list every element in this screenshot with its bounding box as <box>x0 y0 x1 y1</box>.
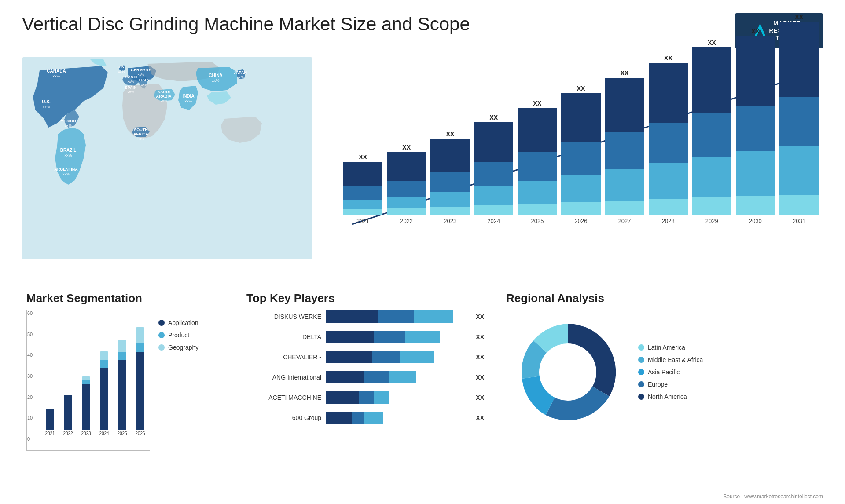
bottom-row: Market Segmentation 60 50 40 30 20 10 0 <box>13 287 832 489</box>
regional-title: Regional Analysis <box>506 292 823 305</box>
bar-2022: XX 2022 <box>387 57 426 224</box>
player-bars-diskus <box>326 310 468 323</box>
product-label: Product <box>168 332 189 339</box>
player-val-ang: XX <box>476 374 484 381</box>
main-content: CANADA xx% U.S. xx% MEXICO xx% BRAZIL xx… <box>0 53 845 500</box>
svg-text:INDIA: INDIA <box>182 94 194 99</box>
player-bars-delta <box>326 331 468 343</box>
world-map-section: CANADA xx% U.S. xx% MEXICO xx% BRAZIL xx… <box>13 53 321 273</box>
bar-2029: XX 2029 <box>692 57 731 224</box>
svg-text:xx%: xx% <box>160 99 167 103</box>
y-label-40: 40 <box>27 352 33 358</box>
svg-text:xx%: xx% <box>141 83 147 87</box>
asia-pacific-dot <box>638 369 644 375</box>
svg-point-37 <box>539 343 596 401</box>
player-bar-seg3 <box>414 310 453 323</box>
bar-2027: XX 2027 <box>605 57 644 224</box>
legend-middle-east: Middle East & Africa <box>638 356 703 363</box>
player-val-diskus: XX <box>476 313 484 320</box>
player-bar-seg1 <box>326 331 374 343</box>
svg-text:xx%: xx% <box>127 80 134 84</box>
svg-text:xx%: xx% <box>184 99 192 103</box>
seg-bar-2025: 2025 <box>115 313 129 436</box>
player-bar-seg3 <box>389 371 416 383</box>
player-bar-seg2 <box>374 331 405 343</box>
player-ang: ANG International XX <box>246 371 484 383</box>
seg-bar-2021: 2021 <box>43 313 57 436</box>
player-chevalier: CHEVALIER - XX <box>246 351 484 363</box>
seg-bar-2026: 2026 <box>133 313 147 436</box>
svg-text:xx%: xx% <box>212 78 219 83</box>
y-label-60: 60 <box>27 310 33 316</box>
svg-text:xx%: xx% <box>64 153 72 157</box>
y-label-20: 20 <box>27 394 33 400</box>
svg-text:SOUTH: SOUTH <box>134 128 148 132</box>
product-dot <box>158 332 165 338</box>
player-bar-seg3 <box>400 351 434 363</box>
bar-2030: XX 2030 <box>736 57 775 224</box>
europe-label: Europe <box>648 381 668 388</box>
top-row: CANADA xx% U.S. xx% MEXICO xx% BRAZIL xx… <box>13 53 832 273</box>
legend-europe: Europe <box>638 381 703 388</box>
legend-application: Application <box>158 319 198 326</box>
svg-text:ARGENTINA: ARGENTINA <box>54 167 78 172</box>
svg-text:AFRICA: AFRICA <box>133 132 148 136</box>
key-players-section: Top Key Players DISKUS WERKE XX DELTA <box>233 287 497 489</box>
bar-2028: XX 2028 <box>649 57 688 224</box>
player-name-diskus: DISKUS WERKE <box>246 313 321 320</box>
seg-bar-2024: 2024 <box>97 313 111 436</box>
player-diskus: DISKUS WERKE XX <box>246 310 484 323</box>
player-bar-seg1 <box>326 412 352 424</box>
svg-text:U.S.: U.S. <box>42 99 51 104</box>
north-america-label: North America <box>648 393 687 400</box>
svg-text:MEXICO: MEXICO <box>60 119 76 123</box>
geography-label: Geography <box>168 344 198 351</box>
svg-text:xx%: xx% <box>137 73 144 77</box>
bar-2031: XX 2031 <box>779 57 819 224</box>
regional-legend: Latin America Middle East & Africa Asia … <box>638 344 703 400</box>
bar-2023: XX 2023 <box>430 57 470 224</box>
player-delta: DELTA XX <box>246 331 484 343</box>
svg-text:xx%: xx% <box>118 69 125 73</box>
asia-pacific-label: Asia Pacific <box>648 369 680 376</box>
player-bar-seg2 <box>352 412 364 424</box>
svg-text:SAUDI: SAUDI <box>158 90 170 94</box>
svg-text:xx%: xx% <box>127 90 134 94</box>
svg-text:xx%: xx% <box>237 75 243 79</box>
svg-text:BRAZIL: BRAZIL <box>60 148 77 153</box>
svg-text:GERMANY: GERMANY <box>131 68 151 72</box>
source-citation: Source : www.marketresearchintellect.com <box>723 493 823 500</box>
market-segmentation: Market Segmentation 60 50 40 30 20 10 0 <box>13 287 233 489</box>
y-label-30: 30 <box>27 373 33 379</box>
player-bar-seg2 <box>378 310 414 323</box>
svg-text:U.K.: U.K. <box>118 65 125 69</box>
player-val-600: XX <box>476 414 484 421</box>
player-bar-seg2 <box>372 351 400 363</box>
svg-text:SPAIN: SPAIN <box>125 85 137 90</box>
svg-text:xx%: xx% <box>137 137 144 141</box>
player-name-chevalier: CHEVALIER - <box>246 354 321 361</box>
middle-east-label: Middle East & Africa <box>648 356 703 363</box>
y-label-50: 50 <box>27 332 33 337</box>
application-label: Application <box>168 319 198 326</box>
player-bar-seg2 <box>364 371 389 383</box>
player-bars-ang <box>326 371 468 383</box>
svg-text:xx%: xx% <box>62 172 69 176</box>
player-val-aceti: XX <box>476 394 484 401</box>
player-bar-seg1 <box>326 371 364 383</box>
player-bar-seg3 <box>374 391 389 404</box>
player-bar-seg3 <box>405 331 440 343</box>
svg-text:CHINA: CHINA <box>209 73 223 78</box>
bar-2024: XX 2024 <box>474 57 513 224</box>
player-name-delta: DELTA <box>246 333 321 340</box>
north-america-dot <box>638 394 644 400</box>
legend-product: Product <box>158 332 198 339</box>
player-val-delta: XX <box>476 333 484 340</box>
world-map-svg: CANADA xx% U.S. xx% MEXICO xx% BRAZIL xx… <box>22 57 312 259</box>
legend-asia-pacific: Asia Pacific <box>638 369 703 376</box>
player-600: 600 Group XX <box>246 412 484 424</box>
player-bar-seg1 <box>326 310 378 323</box>
page-title: Vertical Disc Grinding Machine Market Si… <box>22 13 470 35</box>
segmentation-title: Market Segmentation <box>26 292 224 305</box>
svg-text:xx%: xx% <box>65 124 71 128</box>
